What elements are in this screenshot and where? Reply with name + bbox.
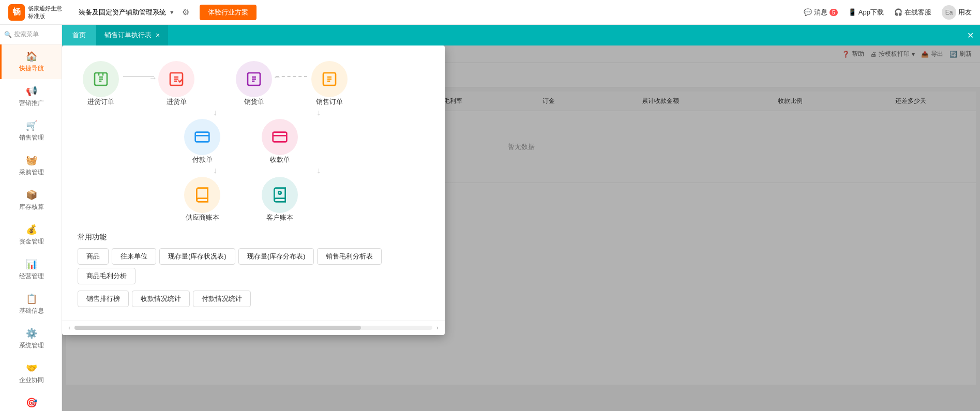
basic-info-icon: 📋 — [26, 293, 37, 305]
func-btn-receipt-stats[interactable]: 收款情况统计 — [132, 291, 190, 307]
system-name: 装备及固定资产辅助管理系统 — [79, 8, 166, 17]
sidebar-search[interactable]: 🔍 搜索菜单 — [0, 25, 62, 44]
sidebar-item-basic-info[interactable]: 📋 基础信息 — [0, 287, 62, 322]
logo-area: 畅 畅康通好生意 标准版 — [8, 4, 70, 21]
tab-bar: 首页 销售订单执行表 × ✕ — [62, 25, 980, 45]
main-content: 首页 销售订单执行表 × ✕ ❓ 帮助 🖨 按模板打印 ▾ — [62, 25, 980, 411]
supplier-ledger-node: 供应商账本 — [184, 177, 220, 222]
func-btn-stock-dist[interactable]: 现存量(库存分布表) — [238, 248, 314, 265]
func-btn-sales-profit[interactable]: 销售毛利分析表 — [317, 248, 382, 265]
sidebar-item-operations[interactable]: 📊 经营管理 — [0, 252, 62, 287]
func-btn-counterpart[interactable]: 往来单位 — [112, 248, 156, 265]
sidebar-item-marketing[interactable]: 📢 营销推广 — [0, 79, 62, 114]
sidebar-item-newbie[interactable]: 🎯 新手引导 — [0, 391, 62, 411]
tab-sales-label: 销售订单执行表 — [104, 31, 152, 40]
sidebar-label-sales: 销售管理 — [19, 133, 44, 142]
tab-close-all-btn[interactable]: ✕ — [961, 25, 980, 45]
app-download-item[interactable]: 📱 App下载 — [848, 8, 884, 17]
tab-sales-order-exec[interactable]: 销售订单执行表 × — [96, 25, 168, 45]
scrollbar-track[interactable] — [74, 326, 432, 330]
service-icon: 🎧 — [894, 8, 902, 16]
sidebar-label-inventory: 库存核算 — [19, 203, 44, 211]
sales-order-node: 销售订单 — [311, 61, 348, 106]
function-buttons-row1: 商品 往来单位 现存量(库存状况表) 现存量(库存分布表) 销售毛利分析表 商品… — [78, 248, 429, 287]
app-body: 🔍 搜索菜单 🏠 快捷导航 📢 营销推广 🛒 销售管理 🧺 采购管理 📦 库存核… — [0, 25, 980, 411]
customer-ledger-node: 客户账本 — [262, 177, 298, 222]
phone-icon: 📱 — [848, 8, 856, 16]
message-label: 消息 — [814, 8, 827, 17]
scroll-right-btn[interactable]: › — [436, 324, 439, 331]
supplier-ledger-label: 供应商账本 — [186, 213, 219, 222]
func-btn-product-profit[interactable]: 商品毛利分析 — [78, 268, 135, 284]
online-service-label: 在线客服 — [904, 8, 931, 17]
func-btn-sales-rank[interactable]: 销售排行榜 — [78, 291, 129, 307]
system-dropdown-btn[interactable]: ▾ — [170, 8, 174, 16]
sales-bill-node: 销货单 — [236, 61, 272, 106]
sales-icon: 🛒 — [26, 120, 37, 131]
sidebar-label-operations: 经营管理 — [19, 272, 44, 281]
purchase-icon: 🧺 — [26, 155, 37, 166]
customer-ledger-label: 客户账本 — [266, 213, 293, 222]
inventory-icon: 📦 — [26, 189, 37, 201]
content-area: ❓ 帮助 🖨 按模板打印 ▾ 📤 导出 🔄 刷新 — [62, 45, 980, 411]
tab-close-button[interactable]: × — [156, 32, 160, 39]
system-icon: ⚙️ — [26, 328, 37, 339]
enterprise-icon: 🤝 — [26, 362, 37, 374]
search-label: 搜索菜单 — [14, 30, 39, 39]
scroll-left-btn[interactable]: ‹ — [68, 324, 70, 331]
user-label: 用友 — [958, 8, 972, 17]
modal-overlay: 进货订单 → — [62, 45, 980, 411]
sidebar-item-purchase[interactable]: 🧺 采购管理 — [0, 148, 62, 183]
receipt-bill-icon — [262, 119, 298, 155]
sales-bill-icon — [236, 61, 272, 97]
user-item[interactable]: Ea 用友 — [942, 5, 972, 20]
top-header: 畅 畅康通好生意 标准版 装备及固定资产辅助管理系统 ▾ ⚙ 体验行业方案 💬 … — [0, 0, 980, 25]
quick-nav-modal: 进货订单 → — [62, 45, 445, 335]
sales-order-label: 销售订单 — [316, 97, 343, 106]
purchase-order-label: 进货订单 — [87, 97, 114, 106]
purchase-bill-label: 进货单 — [167, 97, 187, 106]
sales-order-icon — [311, 61, 348, 97]
message-item[interactable]: 💬 消息 5 — [804, 8, 838, 17]
search-icon: 🔍 — [4, 31, 12, 38]
home-icon: 🏠 — [26, 51, 37, 62]
tab-home[interactable]: 首页 — [62, 25, 96, 45]
sidebar: 🔍 搜索菜单 🏠 快捷导航 📢 营销推广 🛒 销售管理 🧺 采购管理 📦 库存核… — [0, 25, 62, 411]
scrollbar-thumb — [74, 326, 361, 330]
sidebar-item-sales[interactable]: 🛒 销售管理 — [0, 114, 62, 148]
newbie-icon: 🎯 — [26, 397, 37, 408]
message-icon: 💬 — [804, 8, 812, 16]
func-btn-stock-status[interactable]: 现存量(库存状况表) — [159, 248, 235, 265]
receipt-bill-label: 收款单 — [270, 155, 290, 164]
svg-rect-4 — [195, 132, 209, 142]
sidebar-label-purchase: 采购管理 — [19, 168, 44, 177]
avatar: Ea — [942, 5, 956, 20]
sidebar-item-system[interactable]: ⚙️ 系统管理 — [0, 322, 62, 356]
sidebar-item-enterprise[interactable]: 🤝 企业协同 — [0, 356, 62, 391]
supplier-ledger-icon — [184, 177, 220, 213]
sidebar-label-enterprise: 企业协同 — [19, 376, 44, 385]
sidebar-item-inventory[interactable]: 📦 库存核算 — [0, 183, 62, 218]
sidebar-label-quick-nav: 快捷导航 — [19, 64, 44, 73]
settings-gear-btn[interactable]: ⚙ — [182, 7, 189, 17]
sidebar-label-system: 系统管理 — [19, 341, 44, 350]
trial-button[interactable]: 体验行业方案 — [200, 5, 257, 20]
marketing-icon: 📢 — [26, 85, 37, 97]
svg-point-6 — [278, 191, 281, 194]
purchase-order-icon — [83, 61, 119, 97]
sidebar-label-marketing: 营销推广 — [19, 99, 44, 108]
svg-rect-5 — [273, 132, 287, 142]
purchase-order-node: 进货订单 — [83, 61, 119, 106]
modal-scrollbar: ‹ › — [62, 321, 445, 334]
system-title-area: 装备及固定资产辅助管理系统 ▾ ⚙ 体验行业方案 — [79, 5, 804, 20]
logo-icon: 畅 — [8, 4, 25, 21]
payment-bill-label: 付款单 — [192, 155, 213, 164]
finance-icon: 💰 — [26, 224, 37, 235]
sales-bill-label: 销货单 — [244, 97, 264, 106]
online-service-item[interactable]: 🎧 在线客服 — [894, 8, 931, 17]
tab-home-label: 首页 — [72, 31, 86, 40]
sidebar-item-finance[interactable]: 💰 资金管理 — [0, 218, 62, 252]
func-btn-payment-stats[interactable]: 付款情况统计 — [193, 291, 251, 307]
sidebar-item-quick-nav[interactable]: 🏠 快捷导航 — [0, 44, 62, 79]
func-btn-product[interactable]: 商品 — [78, 248, 109, 265]
